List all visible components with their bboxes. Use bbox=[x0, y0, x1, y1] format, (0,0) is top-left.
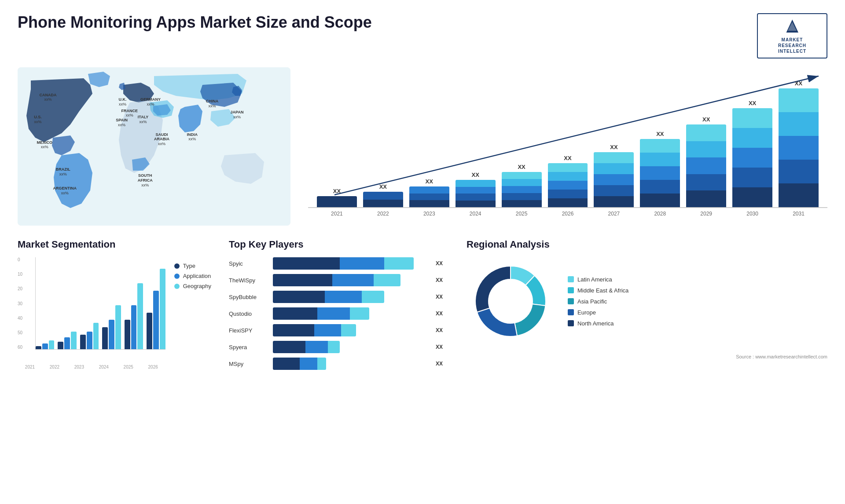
bar-value-2026: XX bbox=[564, 155, 571, 161]
bottom-row: Market Segmentation 6050403020100 202120… bbox=[18, 239, 827, 370]
player-seg-0 bbox=[273, 274, 332, 286]
regional-legend-color-north-america bbox=[568, 320, 574, 326]
player-bar-spybubble bbox=[273, 291, 429, 303]
bar-xlabel-2030: 2030 bbox=[732, 211, 772, 217]
player-row-spyic: SpyicXX bbox=[229, 257, 449, 270]
player-seg-2 bbox=[384, 257, 414, 270]
player-seg-1 bbox=[300, 358, 317, 370]
source-text: Source : www.marketresearchintellect.com bbox=[467, 354, 827, 359]
player-name-spybubble: SpyBubble bbox=[229, 294, 268, 300]
seg-bar-group-5 bbox=[147, 257, 165, 349]
seg-bar-group-2 bbox=[80, 257, 99, 349]
bar-xlabel-2026: 2026 bbox=[548, 211, 588, 217]
bar-chart-section: XXXXXXXXXXXXXXXXXXXXXX 20212022202320242… bbox=[308, 67, 827, 226]
player-value-mspy: XX bbox=[436, 361, 449, 367]
regional-legend-color-middle-east-&-africa bbox=[568, 287, 574, 293]
seg-bar-2-year-1 bbox=[71, 332, 77, 349]
donut-seg-asia-pacific bbox=[514, 304, 545, 336]
bar-group-2030: XX bbox=[732, 100, 772, 207]
player-seg-0 bbox=[273, 324, 314, 336]
player-name-spyera: Spyera bbox=[229, 344, 268, 351]
donut-chart bbox=[467, 257, 555, 345]
player-seg-1 bbox=[340, 257, 384, 270]
bar-group-2031: XX bbox=[779, 80, 819, 207]
player-seg-0 bbox=[273, 291, 325, 303]
bar-value-2027: XX bbox=[610, 144, 617, 150]
player-seg-1 bbox=[325, 291, 362, 303]
bar-group-2023: XX bbox=[409, 178, 449, 207]
segmentation-content: 6050403020100 202120222023202420252026 T… bbox=[18, 257, 211, 369]
seg-bar-0-year-5 bbox=[147, 313, 152, 349]
key-players-section: Top Key Players SpyicXXTheWiSpyXXSpyBubb… bbox=[229, 239, 449, 370]
page-header: Phone Monitoring Apps Market Size and Sc… bbox=[18, 13, 827, 58]
bar-group-2021: XX bbox=[317, 188, 357, 207]
regional-legend-label-latin-america: Latin America bbox=[577, 276, 612, 283]
donut-seg-north-america bbox=[475, 266, 511, 312]
legend-dot-application bbox=[174, 274, 180, 279]
seg-legend: Type Application Geography bbox=[174, 263, 211, 369]
segmentation-title: Market Segmentation bbox=[18, 239, 211, 250]
player-seg-0 bbox=[273, 307, 317, 320]
player-value-thewispy: XX bbox=[436, 277, 449, 283]
bar-value-2021: XX bbox=[333, 188, 341, 194]
seg-bar-0-year-3 bbox=[102, 327, 108, 349]
legend-dot-geography bbox=[174, 284, 180, 289]
seg-chart-wrapper: 6050403020100 202120222023202420252026 bbox=[18, 257, 165, 369]
regional-legend: Latin AmericaMiddle East & AfricaAsia Pa… bbox=[568, 276, 628, 327]
bar-group-2028: XX bbox=[640, 131, 680, 207]
player-value-spyic: XX bbox=[436, 260, 449, 267]
bar-xlabel-2023: 2023 bbox=[409, 211, 449, 217]
seg-bar-1-year-2 bbox=[87, 332, 92, 349]
player-row-mspy: MSpyXX bbox=[229, 358, 449, 370]
player-seg-1 bbox=[314, 324, 341, 336]
player-name-mspy: MSpy bbox=[229, 361, 268, 367]
regional-legend-label-europe: Europe bbox=[577, 309, 596, 316]
regional-legend-item-middle-east-&-africa: Middle East & Africa bbox=[568, 287, 628, 294]
regional-legend-item-europe: Europe bbox=[568, 309, 628, 316]
player-seg-2 bbox=[374, 274, 400, 286]
regional-legend-color-latin-america bbox=[568, 276, 574, 282]
page-title: Phone Monitoring Apps Market Size and Sc… bbox=[18, 13, 372, 32]
player-value-flexispy: XX bbox=[436, 327, 449, 333]
logo: MARKET RESEARCH INTELLECT bbox=[757, 13, 827, 58]
seg-bar-0-year-4 bbox=[125, 320, 130, 349]
map-svg bbox=[18, 67, 290, 226]
seg-bar-group-0 bbox=[36, 257, 54, 349]
bar-x-labels: 2021202220232024202520262027202820292030… bbox=[308, 211, 827, 217]
legend-label-application: Application bbox=[183, 273, 211, 279]
seg-bar-1-year-3 bbox=[109, 320, 114, 349]
bar-xlabel-2031: 2031 bbox=[779, 211, 819, 217]
segmentation-section: Market Segmentation 6050403020100 202120… bbox=[18, 239, 211, 370]
regional-legend-label-middle-east-&-africa: Middle East & Africa bbox=[577, 287, 628, 294]
player-seg-0 bbox=[273, 358, 300, 370]
bar-group-2029: XX bbox=[686, 116, 726, 207]
regional-legend-item-latin-america: Latin America bbox=[568, 276, 628, 283]
regional-legend-item-north-america: North America bbox=[568, 320, 628, 327]
seg-x-labels: 202120222023202420252026 bbox=[18, 365, 165, 369]
seg-bar-group-4 bbox=[125, 257, 143, 349]
bar-value-2030: XX bbox=[749, 100, 756, 106]
bar-value-2031: XX bbox=[795, 80, 802, 87]
legend-dot-type bbox=[174, 263, 180, 269]
seg-bar-1-year-5 bbox=[153, 291, 159, 349]
world-map: CANADAxx% U.S.xx% MEXICOxx% BRAZILxx% AR… bbox=[18, 67, 290, 226]
bar-chart-container: XXXXXXXXXXXXXXXXXXXXXX 20212022202320242… bbox=[308, 67, 827, 226]
map-section: CANADAxx% U.S.xx% MEXICOxx% BRAZILxx% AR… bbox=[18, 67, 290, 226]
regional-legend-color-europe bbox=[568, 309, 574, 315]
bar-group-2022: XX bbox=[363, 183, 403, 207]
logo-icon bbox=[783, 18, 801, 35]
player-bar-qustodio bbox=[273, 307, 429, 320]
bar-xlabel-2028: 2028 bbox=[640, 211, 680, 217]
seg-bar-2-year-0 bbox=[49, 340, 55, 349]
player-bar-spyera bbox=[273, 341, 429, 353]
regional-legend-color-asia-pacific bbox=[568, 298, 574, 304]
player-row-qustodio: QustodioXX bbox=[229, 307, 449, 320]
seg-bar-1-year-0 bbox=[42, 343, 48, 349]
seg-bar-0-year-1 bbox=[58, 342, 63, 349]
bar-group-2025: XX bbox=[502, 164, 542, 207]
player-seg-1 bbox=[332, 274, 374, 286]
player-bar-mspy bbox=[273, 358, 429, 370]
player-seg-2 bbox=[328, 341, 340, 353]
seg-bar-2-year-3 bbox=[115, 305, 121, 349]
regional-section: Regional Analysis Latin AmericaMiddle Ea… bbox=[467, 239, 827, 370]
